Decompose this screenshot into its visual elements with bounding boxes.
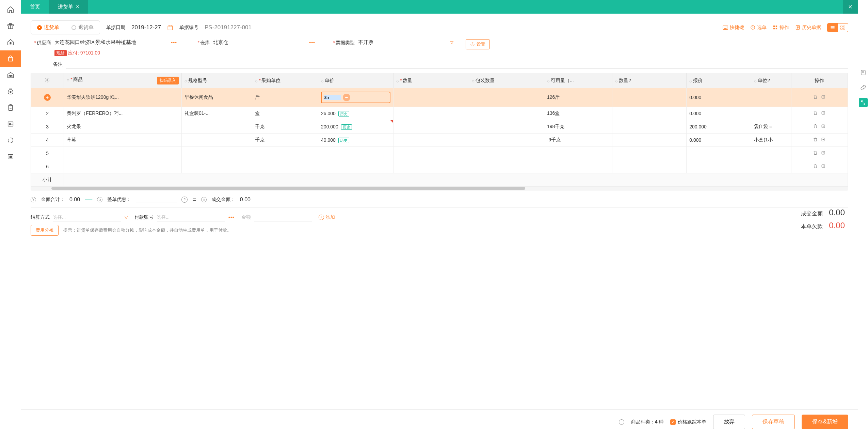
- cell-qty2[interactable]: [612, 120, 687, 134]
- fee-split-button[interactable]: 费用分摊: [31, 225, 59, 236]
- calendar-icon[interactable]: [167, 25, 173, 31]
- cell-goods[interactable]: 草莓: [64, 134, 182, 147]
- rail-expand-icon[interactable]: [859, 98, 868, 107]
- table-row[interactable]: 6: [31, 160, 848, 173]
- cell-unit[interactable]: 千克: [252, 134, 318, 147]
- cell-unit2[interactable]: 小盒(1小: [751, 134, 791, 147]
- cell-qty2[interactable]: [612, 88, 687, 107]
- pay-method-input[interactable]: [53, 213, 121, 221]
- col-spec[interactable]: ◇规格型号: [182, 73, 252, 88]
- cell-price[interactable]: 40.000 历史: [318, 134, 393, 147]
- tab-home[interactable]: 首页: [21, 0, 49, 14]
- cell-unit2[interactable]: [751, 88, 791, 107]
- cell-goods[interactable]: [64, 147, 182, 160]
- cell-spec[interactable]: [182, 120, 252, 134]
- cell-pack[interactable]: [469, 160, 544, 173]
- copy-row-icon[interactable]: [821, 95, 826, 100]
- cell-unit[interactable]: 盒: [252, 107, 318, 120]
- chevron-down-icon[interactable]: ▽: [125, 215, 128, 220]
- cell-qty2[interactable]: [612, 134, 687, 147]
- cell-spec[interactable]: [182, 134, 252, 147]
- copy-row-icon[interactable]: [821, 151, 826, 156]
- cell-qty[interactable]: [393, 120, 469, 134]
- shortcut-link[interactable]: 快捷键: [723, 25, 744, 31]
- cell-pack[interactable]: [469, 88, 544, 107]
- add-row-icon[interactable]: +: [44, 94, 51, 101]
- select-order-link[interactable]: 选单: [750, 25, 767, 31]
- cell-price[interactable]: 200.000 历史: [318, 120, 393, 134]
- cell-unit2[interactable]: 袋(1袋 ≈: [751, 120, 791, 134]
- save-new-button[interactable]: 保存&新增: [802, 415, 848, 429]
- copy-row-icon[interactable]: [821, 138, 826, 143]
- copy-row-icon[interactable]: [821, 111, 826, 117]
- col-pack[interactable]: ◇包装数量: [469, 73, 544, 88]
- delete-row-icon[interactable]: [813, 124, 818, 130]
- cell-price[interactable]: [318, 147, 393, 160]
- view-card-button[interactable]: [838, 24, 848, 32]
- nav-new[interactable]: 新: [0, 149, 21, 165]
- table-row[interactable]: 3火龙果千克200.000 历史198千克200.000袋(1袋 ≈: [31, 120, 848, 134]
- scan-button[interactable]: 扫码录入: [157, 77, 179, 84]
- cell-pack[interactable]: [469, 134, 544, 147]
- date-value[interactable]: 2019-12-27: [131, 24, 161, 31]
- cell-unit[interactable]: 千克: [252, 120, 318, 134]
- cell-qty2[interactable]: [612, 147, 687, 160]
- col-gear[interactable]: [31, 73, 64, 88]
- pay-amt-input[interactable]: [254, 213, 312, 221]
- cell-unit2[interactable]: [751, 107, 791, 120]
- table-row[interactable]: +华美华夫软饼1200g 糕...早餐休闲食品斤•••126斤0.000: [31, 88, 848, 107]
- pay-acct-more-icon[interactable]: •••: [228, 215, 235, 220]
- history-tag[interactable]: 历史: [338, 138, 349, 143]
- cell-goods[interactable]: 费列罗（FERRERO）巧...: [64, 107, 182, 120]
- operations-link[interactable]: 操作: [773, 25, 789, 31]
- history-tag[interactable]: 历史: [338, 111, 349, 117]
- cell-qty[interactable]: [393, 147, 469, 160]
- nav-loading[interactable]: [0, 132, 21, 149]
- price-input[interactable]: [324, 95, 341, 100]
- cell-price[interactable]: •••: [318, 88, 393, 107]
- rail-link-icon[interactable]: [859, 83, 868, 92]
- cell-qty2[interactable]: [612, 160, 687, 173]
- nav-clipboard[interactable]: [0, 99, 21, 116]
- cell-spec[interactable]: [182, 147, 252, 160]
- type-tab-purchase[interactable]: 进货单: [31, 21, 65, 34]
- cell-qty[interactable]: [393, 107, 469, 120]
- col-quote[interactable]: ◇报价: [687, 73, 751, 88]
- tab-purchase[interactable]: 进货单 ×: [49, 0, 88, 14]
- copy-row-icon[interactable]: [821, 124, 826, 130]
- col-price[interactable]: ◇单价: [318, 73, 393, 88]
- cell-spec[interactable]: 礼盒装01-...: [182, 107, 252, 120]
- cell-qty[interactable]: [393, 134, 469, 147]
- cell-unit2[interactable]: [751, 147, 791, 160]
- delete-row-icon[interactable]: [813, 151, 818, 156]
- cell-price[interactable]: 26.000 历史: [318, 107, 393, 120]
- delete-row-icon[interactable]: [813, 111, 818, 117]
- tabbar-close-all[interactable]: [843, 0, 858, 14]
- nav-warehouse[interactable]: [0, 67, 21, 83]
- cell-qty[interactable]: [393, 88, 469, 107]
- cell-goods[interactable]: [64, 160, 182, 173]
- discount-input[interactable]: [136, 197, 177, 202]
- table-row[interactable]: 2费列罗（FERRERO）巧...礼盒装01-...盒26.000 历史136盒…: [31, 107, 848, 120]
- nav-gift[interactable]: [0, 18, 21, 34]
- history-link[interactable]: 历史单据: [795, 25, 821, 31]
- col-qty[interactable]: ◇*数量: [393, 73, 469, 88]
- nav-contact[interactable]: [0, 116, 21, 132]
- cell-pack[interactable]: [469, 147, 544, 160]
- cell-spec[interactable]: 早餐休闲食品: [182, 88, 252, 107]
- cell-qty2[interactable]: [612, 107, 687, 120]
- cell-goods[interactable]: 华美华夫软饼1200g 糕...: [64, 88, 182, 107]
- nav-home[interactable]: [0, 1, 21, 18]
- cell-unit2[interactable]: [751, 160, 791, 173]
- delete-row-icon[interactable]: [813, 164, 818, 170]
- nav-bag[interactable]: [0, 50, 21, 67]
- nav-moneybag[interactable]: ¥: [0, 83, 21, 99]
- table-row[interactable]: 4草莓千克40.000 历史-9千克0.000小盒(1小: [31, 134, 848, 147]
- col-goods[interactable]: ◇*商品扫码录入: [64, 73, 182, 88]
- col-qty2[interactable]: ◇数量2: [612, 73, 687, 88]
- discard-button[interactable]: 放弃: [713, 415, 745, 429]
- cell-pack[interactable]: [469, 120, 544, 134]
- view-list-button[interactable]: [827, 24, 838, 32]
- cell-qty[interactable]: [393, 160, 469, 173]
- add-payment-button[interactable]: +添加: [319, 214, 335, 220]
